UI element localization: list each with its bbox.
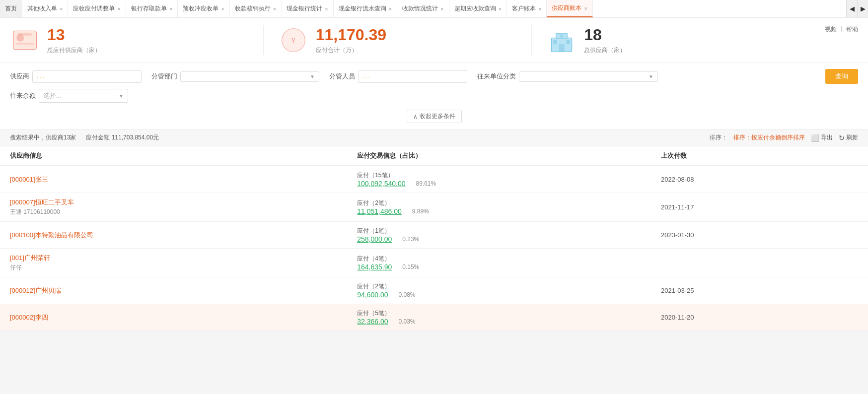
close-icon[interactable]: ×: [584, 5, 587, 11]
nav-arrows: ◀ ▶: [846, 0, 868, 18]
filter-person: 分管人员 ···: [329, 70, 467, 83]
export-button[interactable]: ⬜ 导出: [811, 133, 833, 142]
tab-home[interactable]: 首页: [0, 0, 22, 17]
summary-card-suppliers-payable: 13 总应付供应商（家）: [10, 25, 264, 55]
col-supplier-info: 供应商信息: [0, 146, 347, 166]
supplier-link[interactable]: [000012]广州贝瑞: [10, 287, 61, 294]
tab-ar-ap-adjust[interactable]: 应收应付调整单 ×: [68, 0, 126, 17]
tx-info: 应付（1笔） 258,000.00 0.23%: [357, 227, 641, 243]
tx-amount-link[interactable]: 32,366.00: [357, 318, 388, 326]
person-dots: ···: [362, 73, 371, 80]
query-button[interactable]: 查询: [825, 69, 858, 84]
last-pay-date: 2021-11-17: [661, 203, 694, 211]
total-amount: 应付金额 111,703,854.00元: [86, 133, 159, 142]
table-header-row: 供应商信息 应付交易信息（占比） 上次付数: [0, 146, 868, 166]
close-icon[interactable]: ×: [325, 6, 328, 12]
dept-arrow-down-icon: ▼: [310, 74, 315, 79]
filter-balance: 往来余额 选择... ▼: [10, 89, 128, 103]
help-link[interactable]: 帮助: [846, 25, 858, 34]
export-label: 导出: [821, 133, 833, 142]
tx-amount-link[interactable]: 11,051,486.00: [357, 207, 402, 215]
tab-cash-bank-stats[interactable]: 现金银行统计 ×: [282, 0, 333, 17]
tx-amount-link[interactable]: 164,635.90: [357, 263, 392, 271]
close-icon[interactable]: ×: [169, 6, 172, 12]
balance-input[interactable]: 选择... ▼: [39, 89, 128, 103]
collapse-label: 收起更多条件: [420, 112, 455, 121]
tx-percent: 0.08%: [398, 291, 415, 298]
tab-prepay-offset[interactable]: 预收冲应收单 ×: [178, 0, 229, 17]
total-suppliers-value: 18: [584, 26, 626, 44]
tx-info-cell: 应付（5笔） 32,366.00 0.03%: [347, 304, 651, 331]
close-icon[interactable]: ×: [538, 6, 541, 12]
svg-text:¥: ¥: [291, 37, 295, 45]
tx-info-cell: 应付（15笔） 100,092,540.00 89.61%: [347, 166, 651, 193]
supplier-link[interactable]: [000001]张三: [10, 176, 48, 183]
tx-label: 应付（15笔）: [357, 171, 641, 180]
table-row: [000012]广州贝瑞 应付（2笔） 94,600.00 0.08% 2021…: [0, 277, 868, 304]
tab-overdue-ar[interactable]: 超期应收款查询 ×: [449, 0, 507, 17]
summary-section: 13 总应付供应商（家） ¥ 11,170.39 应付合计（万）: [0, 18, 868, 63]
tx-percent: 0.03%: [398, 318, 415, 325]
top-navigation: 首页 其他收入单 × 应收应付调整单 × 银行存取款单 × 预收冲应收单 × 收…: [0, 0, 868, 18]
close-icon[interactable]: ×: [117, 6, 120, 12]
filter-row-1: 供应商 ··· 分管部门 ▼ 分管人员 ··· 往来单位分类 ▼: [10, 69, 858, 84]
collapse-button[interactable]: ∧ 收起更多条件: [407, 110, 462, 123]
total-payable-label: 应付合计（万）: [316, 46, 386, 55]
result-bar: 搜索结果中，供应商13家 应付金额 111,703,854.00元 排序： 排序…: [0, 130, 868, 146]
close-icon[interactable]: ×: [273, 6, 276, 12]
supplier-label: 供应商: [10, 72, 29, 81]
supplier-input[interactable]: ···: [32, 70, 142, 83]
supplier-table: 供应商信息 应付交易信息（占比） 上次付数 [000001]张三 应付（15笔）…: [0, 146, 868, 331]
tx-info-cell: 应付（2笔） 11,051,486.00 9.89%: [347, 193, 651, 222]
sort-value[interactable]: 排序：按应付余额倒序排序: [733, 133, 805, 142]
supplier-link[interactable]: [000002]李四: [10, 314, 48, 321]
video-link[interactable]: 视频: [825, 25, 837, 34]
supplier-cell: [001]广州荣轩 仔仔: [0, 249, 347, 277]
nav-next-arrow[interactable]: ▶: [857, 0, 868, 18]
close-icon[interactable]: ×: [440, 6, 443, 12]
person-label: 分管人员: [329, 72, 355, 81]
tab-supplier-ledger[interactable]: 供应商账本 ×: [547, 0, 592, 17]
summary-text-total-suppliers: 18 总供应商（家）: [584, 26, 626, 55]
tx-label: 应付（4笔）: [357, 255, 641, 263]
dept-label: 分管部门: [151, 72, 177, 81]
tab-customer-ledger[interactable]: 客户账本 ×: [507, 0, 547, 17]
close-icon[interactable]: ×: [60, 6, 63, 12]
supplier-link[interactable]: [000007]恒旺二手叉车: [10, 198, 74, 206]
dept-input[interactable]: ▼: [180, 71, 319, 82]
tx-percent: 0.23%: [402, 236, 419, 243]
tx-amount-link[interactable]: 258,000.00: [357, 235, 392, 243]
svg-rect-10: [567, 40, 570, 44]
tx-percent: 0.15%: [402, 263, 419, 270]
refresh-button[interactable]: ↻ 刷新: [839, 133, 858, 142]
supplier-sub: 仔仔: [10, 263, 337, 272]
export-icon: ⬜: [811, 134, 819, 142]
supplier-link[interactable]: [000100]本特勤油品有限公司: [10, 231, 93, 239]
category-input[interactable]: ▼: [519, 71, 658, 82]
tx-info: 应付（2笔） 11,051,486.00 9.89%: [357, 199, 641, 215]
supplier-sub: 王通 17106110000: [10, 208, 337, 216]
svg-rect-11: [560, 35, 564, 38]
tab-bank-deposit[interactable]: 银行存取款单 ×: [126, 0, 178, 17]
tx-label: 应付（2笔）: [357, 282, 641, 291]
tab-collection-verify[interactable]: 收款核销执行 ×: [230, 0, 282, 17]
category-arrow-down-icon: ▼: [649, 74, 653, 79]
nav-prev-arrow[interactable]: ◀: [846, 0, 857, 18]
tx-amount-link[interactable]: 100,092,540.00: [357, 180, 405, 188]
close-icon[interactable]: ×: [499, 6, 502, 12]
tx-info: 应付（4笔） 164,635.90 0.15%: [357, 255, 641, 271]
supplier-link[interactable]: [001]广州荣轩: [10, 254, 50, 262]
suppliers-payable-value: 13: [47, 26, 101, 44]
tx-amount-link[interactable]: 94,600.00: [357, 291, 388, 299]
tab-other-income[interactable]: 其他收入单 ×: [22, 0, 68, 17]
close-icon[interactable]: ×: [389, 6, 392, 12]
tab-cash-bank-flow[interactable]: 现金银行流水查询 ×: [334, 0, 397, 17]
close-icon[interactable]: ×: [221, 6, 224, 12]
top-right-links: 视频 | 帮助: [815, 25, 858, 55]
tx-info-cell: 应付（2笔） 94,600.00 0.08%: [347, 277, 651, 304]
tx-percent: 9.89%: [412, 208, 429, 215]
person-input[interactable]: ···: [358, 70, 467, 83]
tab-collection-stats[interactable]: 收款情况统计 ×: [397, 0, 449, 17]
balance-placeholder: 选择...: [43, 91, 62, 100]
tx-info: 应付（15笔） 100,092,540.00 89.61%: [357, 171, 641, 188]
